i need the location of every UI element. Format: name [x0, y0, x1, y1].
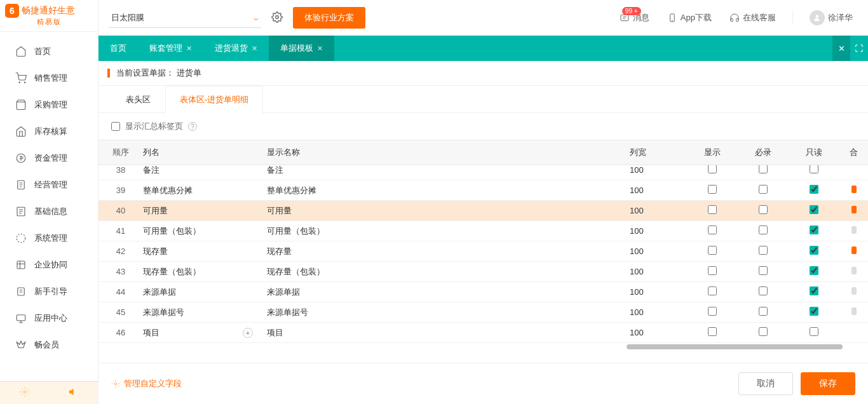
- gear-icon[interactable]: [269, 9, 285, 27]
- manage-custom-fields-link[interactable]: 管理自定义字段: [111, 378, 182, 389]
- svg-point-1: [24, 82, 25, 83]
- close-icon[interactable]: ✕: [252, 44, 257, 53]
- user-menu[interactable]: 徐泽华: [804, 10, 858, 25]
- chevron-down-icon: ⌵: [254, 13, 259, 22]
- nav-label: 销售管理: [34, 72, 67, 84]
- cell-width: 100: [623, 165, 687, 175]
- show-summary-checkbox[interactable]: [111, 122, 120, 131]
- avatar-icon: [810, 10, 825, 25]
- page-tab[interactable]: 单据模板✕: [269, 36, 334, 61]
- show-checkbox[interactable]: [708, 246, 717, 255]
- nav-item-grid[interactable]: 企业协同: [0, 252, 98, 278]
- show-checkbox[interactable]: [708, 185, 717, 194]
- app-download-button[interactable]: App下载: [662, 12, 717, 24]
- cell-name: 可用量: [137, 205, 261, 217]
- table-row[interactable]: 45 来源单据号 来源单据号 100: [98, 302, 868, 323]
- required-checkbox[interactable]: [759, 327, 768, 336]
- close-icon[interactable]: ✕: [186, 44, 192, 53]
- company-name: 日太阳膜: [111, 12, 144, 24]
- nav-item-ring[interactable]: 系统管理: [0, 225, 98, 252]
- inner-tabs: 表头区表体区-进货单明细: [98, 86, 868, 113]
- nav-item-cart[interactable]: 销售管理: [0, 65, 98, 91]
- close-tab-button[interactable]: ✕: [832, 36, 850, 61]
- required-checkbox[interactable]: [759, 246, 768, 255]
- tab-label: 首页: [110, 43, 126, 54]
- show-checkbox[interactable]: [708, 286, 717, 295]
- cell-seq: 38: [98, 165, 137, 175]
- customer-service-button[interactable]: 在线客服: [724, 12, 781, 24]
- nav-item-house[interactable]: 库存核算: [0, 118, 98, 145]
- cell-seq: 41: [98, 226, 137, 236]
- show-checkbox[interactable]: [708, 226, 717, 234]
- show-checkbox[interactable]: [708, 165, 717, 173]
- nav-item-coin[interactable]: 资金管理: [0, 145, 98, 172]
- required-checkbox[interactable]: [759, 165, 768, 173]
- fullscreen-button[interactable]: [850, 36, 868, 61]
- readonly-checkbox[interactable]: [810, 327, 818, 336]
- add-icon[interactable]: +: [243, 328, 253, 338]
- settings-icon[interactable]: [20, 387, 30, 399]
- required-checkbox[interactable]: [759, 266, 768, 275]
- nav-item-vip[interactable]: 畅会员: [0, 332, 98, 358]
- table-row[interactable]: 39 整单优惠分摊 整单优惠分摊 100: [98, 180, 868, 201]
- show-checkbox[interactable]: [708, 307, 717, 316]
- cancel-button[interactable]: 取消: [738, 372, 793, 395]
- inner-tab[interactable]: 表头区: [111, 86, 165, 113]
- close-icon[interactable]: ✕: [317, 44, 323, 53]
- house-icon: [15, 126, 27, 137]
- required-checkbox[interactable]: [759, 205, 768, 214]
- table-header: 顺序 列名 显示名称 列宽 显示 必录 只读 合: [98, 140, 868, 165]
- summary-checkbox-row: 显示汇总标签页 ?: [98, 113, 868, 140]
- save-button[interactable]: 保存: [801, 372, 855, 395]
- show-checkbox[interactable]: [708, 266, 717, 275]
- table-row[interactable]: 43 现存量（包装） 现存量（包装） 100: [98, 262, 868, 282]
- horizontal-scrollbar[interactable]: [98, 343, 868, 351]
- cart-icon: [15, 72, 27, 84]
- total-mark-icon: [851, 226, 857, 234]
- required-checkbox[interactable]: [759, 185, 768, 194]
- table-body[interactable]: 38 备注 备注 100 39 整单优惠分摊 整单优惠分摊 100 40 可用量…: [98, 165, 868, 343]
- sound-icon[interactable]: [69, 387, 79, 399]
- nav-item-bag[interactable]: 采购管理: [0, 91, 98, 118]
- svg-rect-7: [17, 261, 25, 269]
- show-checkbox[interactable]: [708, 205, 717, 214]
- readonly-checkbox[interactable]: [810, 165, 818, 173]
- page-tab[interactable]: 进货退货✕: [203, 36, 269, 61]
- nav-item-doc[interactable]: 基础信息: [0, 198, 98, 225]
- required-checkbox[interactable]: [759, 286, 768, 295]
- inner-tab[interactable]: 表体区-进货单明细: [165, 86, 263, 113]
- table-row[interactable]: 44 来源单据 来源单据 100: [98, 282, 868, 302]
- nav-item-clipboard[interactable]: 经营管理: [0, 172, 98, 198]
- readonly-checkbox[interactable]: [810, 286, 818, 295]
- svg-point-6: [17, 234, 25, 243]
- messages-button[interactable]: 99 + 消息: [614, 12, 654, 24]
- page-tab[interactable]: 首页: [98, 36, 138, 61]
- readonly-checkbox[interactable]: [810, 246, 818, 255]
- required-checkbox[interactable]: [759, 307, 768, 316]
- page-tab[interactable]: 账套管理✕: [138, 36, 203, 61]
- sidebar-footer: [0, 381, 98, 404]
- readonly-checkbox[interactable]: [810, 266, 818, 275]
- table-row[interactable]: 38 备注 备注 100: [98, 165, 868, 180]
- col-header-readonly: 只读: [789, 147, 839, 158]
- table-row[interactable]: 40 可用量 可用量 100: [98, 201, 868, 221]
- help-icon[interactable]: ?: [188, 122, 197, 131]
- show-checkbox[interactable]: [708, 327, 717, 336]
- readonly-checkbox[interactable]: [810, 307, 818, 316]
- company-selector[interactable]: 日太阳膜 ⌵: [109, 8, 261, 28]
- table-row[interactable]: 41 可用量（包装） 可用量（包装） 100: [98, 221, 868, 241]
- table-row[interactable]: 46 项目+ 项目 100: [98, 323, 868, 343]
- cell-total: [839, 307, 868, 317]
- nav-item-tv[interactable]: 应用中心: [0, 305, 98, 332]
- cell-display: 整单优惠分摊: [261, 185, 623, 196]
- readonly-checkbox[interactable]: [810, 205, 818, 214]
- required-checkbox[interactable]: [759, 226, 768, 234]
- cell-total: [839, 246, 868, 256]
- readonly-checkbox[interactable]: [810, 185, 818, 194]
- nav-item-home[interactable]: 首页: [0, 38, 98, 65]
- nav-item-rocket[interactable]: 新手引导: [0, 278, 98, 305]
- readonly-checkbox[interactable]: [810, 226, 818, 234]
- table-row[interactable]: 42 现存量 现存量 100: [98, 241, 868, 262]
- svg-point-16: [114, 382, 117, 385]
- try-industry-button[interactable]: 体验行业方案: [293, 7, 365, 29]
